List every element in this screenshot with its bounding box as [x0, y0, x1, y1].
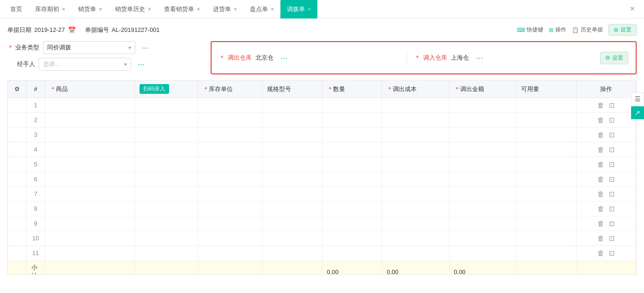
row-unit[interactable]	[198, 187, 262, 201]
row-goods[interactable]	[45, 246, 134, 261]
warehouse-settings-button[interactable]: ⚙ 设置	[600, 52, 628, 64]
tab-transfer[interactable]: 调拨单 ×	[280, 0, 317, 18]
row-spec[interactable]	[262, 246, 322, 261]
row-cost[interactable]	[382, 98, 449, 113]
row-qty[interactable]	[322, 128, 382, 142]
delete-icon[interactable]: 🗑	[597, 220, 604, 227]
tab-inventory[interactable]: 盘点单 ×	[243, 0, 280, 18]
row-spec[interactable]	[262, 142, 322, 157]
row-cost[interactable]	[382, 216, 449, 231]
row-goods[interactable]	[45, 231, 134, 246]
col-header-scan[interactable]: 扫码录入	[134, 80, 198, 98]
close-view-sales[interactable]: ×	[197, 6, 200, 12]
row-goods[interactable]	[45, 113, 134, 128]
tab-view-sales[interactable]: 查看销货单 ×	[158, 0, 207, 18]
delete-icon[interactable]: 🗑	[597, 190, 604, 198]
global-close-button[interactable]: ×	[628, 4, 637, 14]
row-unit[interactable]	[198, 216, 262, 231]
row-unit[interactable]	[198, 201, 262, 216]
copy-icon[interactable]: ⊡	[609, 131, 615, 139]
scan-button[interactable]: 扫码录入	[140, 84, 169, 94]
row-amount[interactable]	[449, 231, 516, 246]
settings-button[interactable]: ⚙ 设置	[608, 24, 637, 36]
calendar-icon[interactable]: 📅	[68, 26, 76, 34]
row-amount[interactable]	[449, 157, 516, 172]
delete-icon[interactable]: 🗑	[597, 101, 604, 109]
copy-icon[interactable]: ⊡	[609, 160, 615, 169]
right-panel-export-icon[interactable]: ↗	[631, 106, 644, 119]
close-transfer[interactable]: ×	[308, 6, 311, 12]
row-unit[interactable]	[198, 246, 262, 261]
close-inventory[interactable]: ×	[271, 6, 274, 12]
row-qty[interactable]	[322, 157, 382, 172]
copy-icon[interactable]: ⊡	[609, 116, 615, 124]
row-qty[interactable]	[322, 231, 382, 246]
right-panel-list-icon[interactable]: ☰	[631, 92, 644, 105]
row-unit[interactable]	[198, 142, 262, 157]
row-qty[interactable]	[322, 172, 382, 187]
close-sales-order[interactable]: ×	[99, 6, 102, 12]
row-amount[interactable]	[449, 201, 516, 216]
biz-type-dropdown[interactable]: 同价调拨 ▾	[43, 41, 135, 54]
row-amount[interactable]	[449, 187, 516, 201]
row-amount[interactable]	[449, 246, 516, 261]
copy-icon[interactable]: ⊡	[609, 146, 615, 154]
row-qty[interactable]	[322, 98, 382, 113]
row-goods[interactable]	[45, 172, 134, 187]
row-spec[interactable]	[262, 231, 322, 246]
close-stock-init[interactable]: ×	[62, 6, 65, 12]
operation-action[interactable]: ⊞ 操作	[549, 26, 566, 34]
delete-icon[interactable]: 🗑	[597, 234, 604, 242]
row-cost[interactable]	[382, 157, 449, 172]
tab-stock-init[interactable]: 库存期初 ×	[29, 0, 72, 18]
row-goods[interactable]	[45, 128, 134, 142]
row-qty[interactable]	[322, 201, 382, 216]
close-sales-history[interactable]: ×	[148, 6, 151, 12]
copy-icon[interactable]: ⊡	[609, 101, 615, 110]
row-cost[interactable]	[382, 187, 449, 201]
row-cost[interactable]	[382, 128, 449, 142]
row-amount[interactable]	[449, 98, 516, 113]
row-cost[interactable]	[382, 201, 449, 216]
row-qty[interactable]	[322, 246, 382, 261]
copy-icon[interactable]: ⊡	[609, 249, 615, 257]
row-qty[interactable]	[322, 113, 382, 128]
shortcut-action[interactable]: ⌨ 快捷键	[517, 26, 543, 34]
tab-home[interactable]: 首页	[4, 0, 29, 18]
delete-icon[interactable]: 🗑	[597, 175, 604, 183]
copy-icon[interactable]: ⊡	[609, 220, 615, 228]
row-goods[interactable]	[45, 98, 134, 113]
row-amount[interactable]	[449, 216, 516, 231]
delete-icon[interactable]: 🗑	[597, 160, 604, 168]
row-qty[interactable]	[322, 216, 382, 231]
history-action[interactable]: 📋 历史单据	[572, 26, 603, 34]
row-cost[interactable]	[382, 231, 449, 246]
handler-dropdown[interactable]: 选择... ▾	[39, 58, 131, 71]
biz-type-more-btn[interactable]: ···	[142, 43, 149, 53]
row-cost[interactable]	[382, 142, 449, 157]
row-goods[interactable]	[45, 216, 134, 231]
delete-icon[interactable]: 🗑	[597, 116, 604, 124]
delete-icon[interactable]: 🗑	[597, 146, 604, 153]
row-spec[interactable]	[262, 157, 322, 172]
row-unit[interactable]	[198, 172, 262, 187]
tab-sales-order[interactable]: 销货单 ×	[72, 0, 109, 18]
copy-icon[interactable]: ⊡	[609, 205, 615, 213]
row-unit[interactable]	[198, 231, 262, 246]
row-spec[interactable]	[262, 216, 322, 231]
row-goods[interactable]	[45, 142, 134, 157]
row-spec[interactable]	[262, 128, 322, 142]
row-spec[interactable]	[262, 187, 322, 201]
tab-purchase[interactable]: 进货单 ×	[207, 0, 243, 18]
row-amount[interactable]	[449, 113, 516, 128]
out-warehouse-more-btn[interactable]: ···	[281, 53, 288, 63]
row-spec[interactable]	[262, 98, 322, 113]
row-cost[interactable]	[382, 113, 449, 128]
row-unit[interactable]	[198, 98, 262, 113]
handler-more-btn[interactable]: ···	[138, 60, 145, 69]
delete-icon[interactable]: 🗑	[597, 205, 604, 213]
tab-sales-history[interactable]: 销货单历史 ×	[109, 0, 158, 18]
copy-icon[interactable]: ⊡	[609, 234, 615, 243]
row-cost[interactable]	[382, 246, 449, 261]
table-scroll-area[interactable]: ⚙ # ＊商品 扫码录入 ＊库存单位 规格型号 ＊数量 ＊调出成本 ＊调出金额 …	[8, 80, 636, 275]
